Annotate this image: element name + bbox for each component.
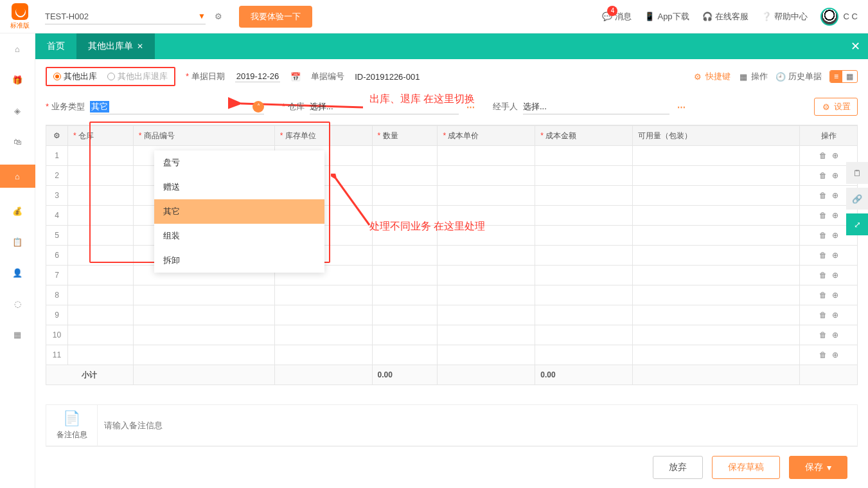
- logo[interactable]: 标准版: [10, 3, 30, 30]
- ops-button[interactable]: ▦操作: [738, 71, 768, 82]
- delete-icon[interactable]: 🗑: [819, 330, 827, 339]
- history-button[interactable]: 🕘历史单据: [775, 71, 822, 82]
- delete-icon[interactable]: 🗑: [819, 350, 827, 359]
- nav-warehouse-icon[interactable]: ⌂: [0, 165, 35, 188]
- add-icon[interactable]: ⊕: [832, 191, 838, 200]
- biz-type-value: 其它: [90, 101, 109, 113]
- nav-cycle-icon[interactable]: ◌: [10, 296, 25, 311]
- type-radio-group: 其他出库 其他出库退库: [46, 67, 175, 86]
- tab-active-label: 其他出库单: [88, 41, 133, 52]
- nav-clipboard-icon[interactable]: 📋: [10, 234, 25, 249]
- table-row[interactable]: 11🗑⊕: [46, 345, 858, 365]
- nav-contact-icon[interactable]: 👤: [10, 265, 25, 280]
- add-icon[interactable]: ⊕: [832, 291, 838, 300]
- support-button[interactable]: 🎧 在线客服: [702, 11, 748, 23]
- calendar-icon[interactable]: 📅: [290, 71, 301, 82]
- col-price: 成本单价: [438, 126, 535, 146]
- help-button[interactable]: ❔ 帮助中心: [761, 11, 808, 23]
- delete-icon[interactable]: 🗑: [819, 271, 827, 280]
- chevron-up-icon[interactable]: ˄: [252, 101, 264, 113]
- tab-home[interactable]: 首页: [35, 33, 76, 59]
- nav-diamond-icon[interactable]: ◈: [10, 103, 25, 118]
- messages-button[interactable]: 💬 4 消息: [602, 11, 632, 23]
- table-row[interactable]: 9🗑⊕: [46, 305, 858, 325]
- add-icon[interactable]: ⊕: [832, 171, 838, 180]
- warehouse-label: 仓库: [282, 101, 305, 113]
- add-icon[interactable]: ⊕: [832, 151, 838, 160]
- dropdown-item[interactable]: 盘亏: [154, 150, 324, 175]
- save-draft-button[interactable]: 保存草稿: [712, 456, 780, 479]
- messages-label: 消息: [615, 11, 632, 23]
- docno-label: 单据编号: [311, 71, 344, 82]
- view-list-icon[interactable]: ≡: [830, 71, 842, 82]
- add-icon[interactable]: ⊕: [832, 330, 838, 339]
- dropdown-item[interactable]: 其它: [154, 199, 324, 224]
- nav-new-icon[interactable]: ▦: [10, 327, 25, 342]
- date-value[interactable]: 2019-12-26: [235, 71, 281, 82]
- tab-active[interactable]: 其他出库单 ✕: [76, 33, 155, 59]
- user-menu[interactable]: C C: [820, 8, 858, 26]
- rail-expand-icon[interactable]: ⤢: [846, 213, 868, 235]
- settings-button[interactable]: ⚙ 设置: [814, 98, 858, 116]
- radio-outbound[interactable]: 其他出库: [53, 71, 97, 82]
- more-icon[interactable]: ⋯: [677, 102, 686, 112]
- add-icon[interactable]: ⊕: [832, 271, 838, 280]
- history-label: 历史单据: [788, 71, 822, 82]
- nav-home-icon[interactable]: ⌂: [10, 41, 25, 57]
- warehouse-value: 选择...: [310, 100, 459, 114]
- org-select[interactable]: TEST-H002 ▼: [45, 9, 206, 24]
- add-icon[interactable]: ⊕: [832, 350, 838, 359]
- tabstrip: 首页 其他出库单 ✕ ✕: [35, 33, 868, 59]
- gear-icon[interactable]: ⚙: [213, 12, 224, 22]
- table-row[interactable]: 10🗑⊕: [46, 325, 858, 345]
- try-button[interactable]: 我要体验一下: [239, 6, 312, 28]
- add-icon[interactable]: ⊕: [832, 311, 838, 320]
- delete-icon[interactable]: 🗑: [819, 211, 827, 220]
- biz-type-field[interactable]: 业务类型 其它 ˄: [46, 100, 264, 114]
- col-avail: 可用量（包装）: [633, 126, 800, 146]
- logo-icon: [12, 3, 28, 20]
- delete-icon[interactable]: 🗑: [819, 191, 827, 200]
- delete-icon[interactable]: 🗑: [819, 231, 827, 240]
- dropdown-item[interactable]: 拆卸: [154, 248, 324, 273]
- history-icon: 🕘: [775, 71, 786, 82]
- nav-money-icon[interactable]: 💰: [10, 203, 25, 219]
- row-number: 11: [46, 345, 68, 365]
- row-number: 10: [46, 325, 68, 345]
- dropdown-item[interactable]: 赠送: [154, 175, 324, 199]
- hotkey-button[interactable]: ⚙快捷键: [693, 71, 731, 82]
- close-icon[interactable]: ✕: [137, 42, 143, 51]
- remark-input[interactable]: [98, 405, 857, 446]
- logo-sub: 标准版: [10, 21, 30, 30]
- rail-link-icon[interactable]: 🔗: [846, 188, 868, 210]
- delete-icon[interactable]: 🗑: [819, 151, 827, 160]
- radio-return[interactable]: 其他出库退库: [107, 71, 168, 82]
- footer: 放弃 保存草稿 保存 ▾: [46, 446, 858, 488]
- rail-note-icon[interactable]: 🗒: [846, 162, 868, 184]
- col-gear[interactable]: ⚙: [46, 126, 68, 146]
- help-icon: ❔: [761, 12, 772, 22]
- app-download-button[interactable]: 📱 App下载: [644, 11, 689, 23]
- save-button[interactable]: 保存 ▾: [789, 456, 847, 479]
- add-icon[interactable]: ⊕: [832, 211, 838, 220]
- discard-button[interactable]: 放弃: [653, 456, 703, 479]
- delete-icon[interactable]: 🗑: [819, 171, 827, 180]
- nav-gift-icon[interactable]: 🎁: [10, 72, 25, 87]
- view-grid-icon[interactable]: ▦: [842, 71, 857, 82]
- dropdown-item[interactable]: 组装: [154, 224, 324, 248]
- table-row[interactable]: 8🗑⊕: [46, 285, 858, 305]
- delete-icon[interactable]: 🗑: [819, 311, 827, 320]
- user-name: C C: [844, 12, 858, 21]
- nav-bag-icon[interactable]: 🛍: [10, 134, 25, 149]
- col-warehouse: 仓库: [68, 126, 134, 146]
- delete-icon[interactable]: 🗑: [819, 251, 827, 260]
- delete-icon[interactable]: 🗑: [819, 291, 827, 300]
- add-icon[interactable]: ⊕: [832, 251, 838, 260]
- close-all-tabs-icon[interactable]: ✕: [842, 33, 868, 59]
- warehouse-field[interactable]: 仓库 选择... ⋯: [282, 100, 475, 114]
- headset-icon: 🎧: [702, 12, 713, 22]
- add-icon[interactable]: ⊕: [832, 231, 838, 240]
- handler-field[interactable]: 经手人 选择... ⋯: [493, 100, 686, 114]
- message-badge: 4: [607, 6, 617, 16]
- more-icon[interactable]: ⋯: [466, 102, 475, 112]
